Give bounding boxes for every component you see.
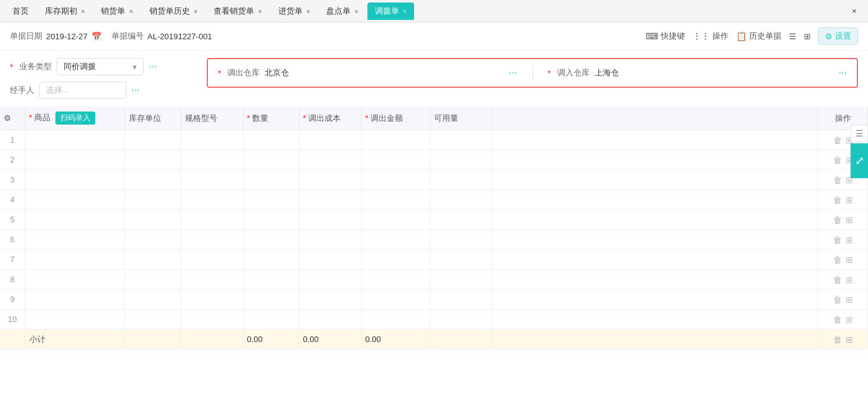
row-copy-icon-8[interactable]: ⊞ <box>846 275 853 285</box>
row-amount-3[interactable] <box>361 170 430 190</box>
row-amount-6[interactable] <box>361 230 430 250</box>
tab-purchase[interactable]: 进货单 × <box>271 2 318 20</box>
row-copy-icon-10[interactable]: ⊞ <box>846 315 853 325</box>
in-warehouse-more[interactable]: ··· <box>839 67 847 79</box>
row-amount-8[interactable] <box>361 270 430 290</box>
row-product-7[interactable] <box>25 250 125 270</box>
row-available-4[interactable] <box>430 190 492 210</box>
row-available-9[interactable] <box>430 290 492 310</box>
row-cost-3[interactable] <box>299 170 361 190</box>
row-unit-8[interactable] <box>125 270 181 290</box>
tab-inventory-close[interactable]: × <box>354 7 358 15</box>
row-del-icon-8[interactable]: 🗑 <box>833 275 842 285</box>
row-spec-7[interactable] <box>181 250 243 270</box>
row-qty-10[interactable] <box>243 310 299 330</box>
row-spec-1[interactable] <box>181 130 243 150</box>
row-del-icon-4[interactable]: 🗑 <box>833 195 842 205</box>
row-available-6[interactable] <box>430 230 492 250</box>
close-all-button[interactable]: × <box>846 2 863 20</box>
row-cost-5[interactable] <box>299 210 361 230</box>
tab-transfer[interactable]: 调拨单 × <box>367 2 414 20</box>
row-cost-7[interactable] <box>299 250 361 270</box>
row-available-10[interactable] <box>430 310 492 330</box>
shortcuts-button[interactable]: ⌨ 快捷键 <box>646 31 685 42</box>
row-del-icon-1[interactable]: 🗑 <box>833 135 842 145</box>
tab-inventory[interactable]: 盘点单 × <box>319 2 366 20</box>
row-available-5[interactable] <box>430 210 492 230</box>
row-amount-10[interactable] <box>361 310 430 330</box>
row-qty-5[interactable] <box>243 210 299 230</box>
row-unit-5[interactable] <box>125 210 181 230</box>
row-available-8[interactable] <box>430 270 492 290</box>
row-cost-4[interactable] <box>299 190 361 210</box>
row-cost-10[interactable] <box>299 310 361 330</box>
row-del-icon-7[interactable]: 🗑 <box>833 255 842 265</box>
subtotal-copy-icon[interactable]: ⊞ <box>846 335 853 345</box>
row-unit-3[interactable] <box>125 170 181 190</box>
row-qty-8[interactable] <box>243 270 299 290</box>
table-scroll[interactable]: ⚙ * 商品 扫码录入 库存单位 规格型号 <box>0 107 868 395</box>
row-del-icon-2[interactable]: 🗑 <box>833 155 842 165</box>
tab-home[interactable]: 首页 <box>5 2 36 20</box>
tab-inventory-init[interactable]: 库存期初 × <box>37 2 92 20</box>
row-spec-3[interactable] <box>181 170 243 190</box>
subtotal-del-icon[interactable]: 🗑 <box>833 335 842 345</box>
row-cost-6[interactable] <box>299 230 361 250</box>
row-product-6[interactable] <box>25 230 125 250</box>
row-product-2[interactable] <box>25 150 125 170</box>
row-available-7[interactable] <box>430 250 492 270</box>
layout-list-button[interactable]: ☰ <box>789 32 796 41</box>
tab-sales-history[interactable]: 销货单历史 × <box>142 2 205 20</box>
row-qty-4[interactable] <box>243 190 299 210</box>
row-copy-icon-5[interactable]: ⊞ <box>846 215 853 225</box>
row-qty-3[interactable] <box>243 170 299 190</box>
layout-grid-button[interactable]: ⊞ <box>804 32 811 41</box>
row-spec-8[interactable] <box>181 270 243 290</box>
th-settings[interactable]: ⚙ <box>0 107 25 130</box>
row-del-icon-5[interactable]: 🗑 <box>833 215 842 225</box>
row-del-icon-6[interactable]: 🗑 <box>833 235 842 245</box>
row-unit-4[interactable] <box>125 190 181 210</box>
row-spec-10[interactable] <box>181 310 243 330</box>
tab-sales-history-close[interactable]: × <box>194 7 197 15</box>
row-cost-1[interactable] <box>299 130 361 150</box>
tab-sales-order-close[interactable]: × <box>129 7 133 15</box>
tab-purchase-close[interactable]: × <box>306 7 310 15</box>
row-amount-1[interactable] <box>361 130 430 150</box>
row-cost-9[interactable] <box>299 290 361 310</box>
business-type-dropdown[interactable]: 同价调拨 ▾ <box>57 58 144 75</box>
row-copy-icon-6[interactable]: ⊞ <box>846 235 853 245</box>
row-copy-icon-4[interactable]: ⊞ <box>846 195 853 205</box>
row-copy-icon-7[interactable]: ⊞ <box>846 255 853 265</box>
tab-transfer-close[interactable]: × <box>403 7 407 15</box>
row-unit-10[interactable] <box>125 310 181 330</box>
row-qty-6[interactable] <box>243 230 299 250</box>
row-spec-5[interactable] <box>181 210 243 230</box>
row-del-icon-9[interactable]: 🗑 <box>833 295 842 305</box>
row-available-2[interactable] <box>430 150 492 170</box>
row-amount-7[interactable] <box>361 250 430 270</box>
row-product-3[interactable] <box>25 170 125 190</box>
row-spec-6[interactable] <box>181 230 243 250</box>
row-del-icon-10[interactable]: 🗑 <box>833 315 842 325</box>
row-spec-4[interactable] <box>181 190 243 210</box>
row-unit-7[interactable] <box>125 250 181 270</box>
operations-button[interactable]: ⋮⋮ 操作 <box>692 31 729 42</box>
row-product-9[interactable] <box>25 290 125 310</box>
row-amount-2[interactable] <box>361 150 430 170</box>
tab-sales-order[interactable]: 销货单 × <box>93 2 140 20</box>
row-amount-9[interactable] <box>361 290 430 310</box>
tab-view-sales-close[interactable]: × <box>258 7 262 15</box>
row-product-8[interactable] <box>25 270 125 290</box>
row-amount-5[interactable] <box>361 210 430 230</box>
row-unit-9[interactable] <box>125 290 181 310</box>
row-cost-8[interactable] <box>299 270 361 290</box>
row-unit-2[interactable] <box>125 150 181 170</box>
row-product-1[interactable] <box>25 130 125 150</box>
row-amount-4[interactable] <box>361 190 430 210</box>
business-type-more[interactable]: ··· <box>149 61 157 72</box>
row-available-1[interactable] <box>430 130 492 150</box>
settings-button[interactable]: ⚙ 设置 <box>818 27 858 45</box>
row-del-icon-3[interactable]: 🗑 <box>833 175 842 185</box>
row-qty-2[interactable] <box>243 150 299 170</box>
